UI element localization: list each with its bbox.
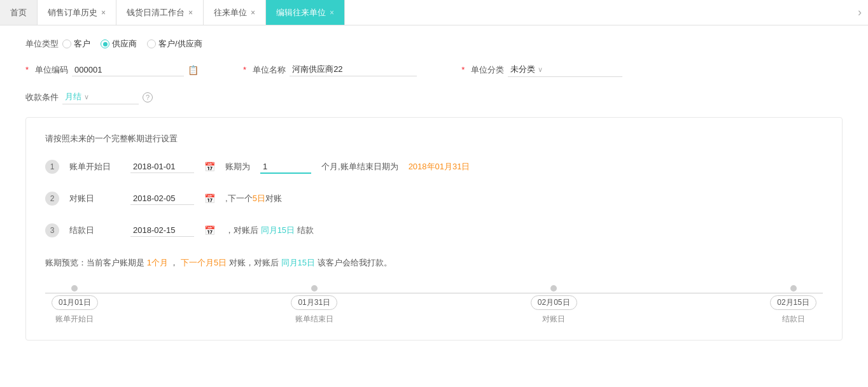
timeline-badge-3: 02月05日 xyxy=(531,295,577,310)
tab-edit-partner-label: 编辑往来单位 xyxy=(276,7,326,18)
preview-payment-date: 同月15日 xyxy=(281,258,318,267)
tab-partners[interactable]: 往来单位 × xyxy=(204,0,266,25)
step-2-date-input[interactable] xyxy=(130,192,194,205)
radio-group-unit-type: 客户 供应商 客户/供应商 xyxy=(62,38,202,50)
unit-category-chevron-icon: ∨ xyxy=(538,66,543,74)
tab-edit-partner[interactable]: 编辑往来单位 × xyxy=(266,0,345,25)
step-3-date-input[interactable] xyxy=(130,224,194,237)
tab-partners-label: 往来单位 xyxy=(214,7,247,18)
panel-title: 请按照未来的一个完整帐期进行设置 xyxy=(45,133,823,144)
payment-terms-row: 收款条件 月结 ∨ ? xyxy=(25,90,843,104)
unit-code-field: * 单位编码 📋 xyxy=(25,64,199,76)
step-2-desc: ,下一个5日对账 xyxy=(225,193,282,204)
unit-category-star: * xyxy=(461,65,465,74)
tab-sales-order-history[interactable]: 销售订单历史 × xyxy=(38,0,116,25)
preview-prefix: 账期预览：当前客户账期是 xyxy=(45,258,144,267)
timeline-point-1: 01月01日 账单开始日 xyxy=(52,285,98,325)
unit-category-value: 未分类 xyxy=(510,64,535,75)
unit-type-label: 单位类型 xyxy=(25,38,59,50)
timeline-label-1: 账单开始日 xyxy=(55,314,94,325)
timeline-point-4: 02月15日 结款日 xyxy=(770,285,816,325)
step-1-row: 1 账单开始日 📅 账期为 个月,账单结束日期为 2018年01月31日 xyxy=(45,160,823,174)
unit-code-copy-icon[interactable]: 📋 xyxy=(188,65,199,75)
timeline-points: 01月01日 账单开始日 01月31日 账单结束日 02月05日 对账日 02月… xyxy=(52,285,816,325)
unit-code-label: 单位编码 xyxy=(35,64,68,76)
step-1-month-input[interactable] xyxy=(260,160,311,174)
preview-suffix: 该客户会给我打款。 xyxy=(318,258,392,267)
unit-code-input[interactable] xyxy=(72,64,184,76)
step-1-middle-text: 账期为 xyxy=(225,161,250,172)
radio-customer-label: 客户 xyxy=(74,38,90,50)
radio-customer-supplier[interactable]: 客户/供应商 xyxy=(147,38,202,50)
radio-supplier[interactable]: 供应商 xyxy=(101,38,137,50)
step-1-date-input[interactable] xyxy=(130,160,194,173)
radio-customer-supplier-circle xyxy=(147,39,156,48)
payment-terms-value: 月结 xyxy=(65,91,81,102)
unit-type-field: 单位类型 客户 供应商 客户/供应商 xyxy=(25,38,202,50)
page-content: 单位类型 客户 供应商 客户/供应商 * 单位编码 xyxy=(0,25,868,387)
unit-name-field: * 单位名称 xyxy=(243,64,417,76)
step-3-label: 结款日 xyxy=(69,225,120,236)
step-1-label: 账单开始日 xyxy=(69,161,120,172)
timeline-label-2: 账单结束日 xyxy=(295,314,333,325)
preview-reconcile-date: 下一个月5日 xyxy=(181,258,227,267)
tab-cash-ledger[interactable]: 钱货日清工作台 × xyxy=(116,0,204,25)
timeline: 01月01日 账单开始日 01月31日 账单结束日 02月05日 对账日 02月… xyxy=(45,285,823,325)
payment-terms-field: 收款条件 月结 ∨ ? xyxy=(25,90,153,104)
timeline-dot-1 xyxy=(71,285,78,292)
timeline-badge-1: 01月01日 xyxy=(52,295,98,310)
step-1-suffix: 个月,账单结束日期为 xyxy=(321,161,398,172)
payment-terms-select[interactable]: 月结 ∨ xyxy=(62,90,139,104)
timeline-dot-3 xyxy=(550,285,557,292)
step-3-desc: ，对账后 同月15日 结款 xyxy=(225,225,314,236)
timeline-dot-4 xyxy=(790,285,797,292)
step-3-row: 3 结款日 📅 ，对账后 同月15日 结款 xyxy=(45,223,823,237)
unit-name-label: 单位名称 xyxy=(253,64,286,76)
tab-cash-ledger-label: 钱货日清工作台 xyxy=(127,7,185,18)
preview-text: 账期预览：当前客户账期是 1个月 ， 下一个月5日 对账，对账后 同月15日 该… xyxy=(45,255,823,270)
timeline-badge-2: 01月31日 xyxy=(291,295,337,310)
payment-terms-chevron-icon: ∨ xyxy=(84,93,89,101)
timeline-label-4: 结款日 xyxy=(782,314,805,325)
timeline-badge-4: 02月15日 xyxy=(770,295,816,310)
arrow-right-icon: › xyxy=(858,6,862,19)
tab-sales-order-history-label: 销售订单历史 xyxy=(48,7,97,18)
tab-sales-order-history-close[interactable]: × xyxy=(101,9,106,17)
unit-type-row: 单位类型 客户 供应商 客户/供应商 xyxy=(25,38,843,50)
unit-category-field: * 单位分类 未分类 ∨ xyxy=(461,62,622,77)
step-3-cal-icon[interactable]: 📅 xyxy=(204,225,215,236)
step-1-cal-icon[interactable]: 📅 xyxy=(204,162,215,172)
radio-customer-supplier-label: 客户/供应商 xyxy=(158,38,202,50)
step-2-label: 对账日 xyxy=(69,193,120,204)
settings-panel: 请按照未来的一个完整帐期进行设置 1 账单开始日 📅 账期为 个月,账单结束日期… xyxy=(25,117,843,341)
help-question-mark: ? xyxy=(146,94,150,101)
unit-name-input[interactable] xyxy=(290,64,417,76)
preview-sep1: ， xyxy=(170,258,178,267)
radio-customer-circle xyxy=(62,39,71,48)
tabs-right-arrow[interactable]: › xyxy=(851,0,868,25)
unit-category-select[interactable]: 未分类 ∨ xyxy=(508,62,622,77)
tab-home[interactable]: 首页 xyxy=(0,0,38,25)
unit-info-row: * 单位编码 📋 * 单位名称 * 单位分类 未分类 ∨ xyxy=(25,62,843,77)
unit-category-label: 单位分类 xyxy=(471,64,504,76)
step-2-cal-icon[interactable]: 📅 xyxy=(204,194,215,204)
timeline-dot-2 xyxy=(311,285,318,292)
preview-months: 1个月 xyxy=(147,258,168,267)
payment-terms-label: 收款条件 xyxy=(25,92,59,103)
step-1-end-date: 2018年01月31日 xyxy=(409,161,470,172)
step-1-number: 1 xyxy=(45,160,59,174)
tab-edit-partner-close[interactable]: × xyxy=(330,9,334,17)
payment-terms-help-icon[interactable]: ? xyxy=(143,92,153,102)
step-2-row: 2 对账日 📅 ,下一个5日对账 xyxy=(45,192,823,206)
timeline-point-3: 02月05日 对账日 xyxy=(531,285,577,325)
radio-supplier-circle xyxy=(101,39,109,48)
tab-partners-close[interactable]: × xyxy=(251,9,255,17)
step-2-number: 2 xyxy=(45,192,59,206)
tab-cash-ledger-close[interactable]: × xyxy=(188,9,193,17)
preview-sep2: 对账，对账后 xyxy=(229,258,279,267)
tabs-bar: 首页 销售订单历史 × 钱货日清工作台 × 往来单位 × 编辑往来单位 × › xyxy=(0,0,868,25)
tab-home-label: 首页 xyxy=(10,7,27,18)
step-3-number: 3 xyxy=(45,223,59,237)
unit-name-star: * xyxy=(243,65,246,74)
radio-customer[interactable]: 客户 xyxy=(62,38,90,50)
